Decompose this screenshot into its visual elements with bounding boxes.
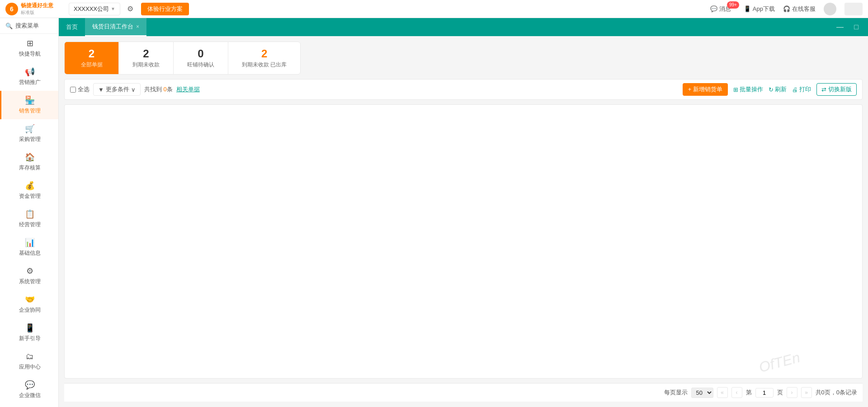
summary-card-overdue-unshipped[interactable]: 2 到期未收款 已出库 — [228, 42, 300, 74]
operations-label: 经营管理 — [19, 221, 41, 229]
toolbar: 全选 ▼ 更多条件 ∨ 共找到 0条 相关单据 + 新增销货单 ⊞ — [64, 79, 863, 100]
sidebar-item-app-center[interactable]: 🗂 应用中心 — [0, 347, 58, 375]
sidebar-item-basic-info[interactable]: 📊 基础信息 — [0, 233, 58, 262]
purchase-label: 采购管理 — [19, 136, 41, 143]
user-info[interactable] — [844, 3, 863, 15]
refresh-button[interactable]: ↻ 刷新 — [769, 85, 787, 94]
toolbar-right: + 新增销货单 ⊞ 批量操作 ↻ 刷新 🖨 打印 ⇄ — [683, 83, 857, 96]
summary-card-overdue[interactable]: 2 到期未收款 — [119, 42, 174, 74]
overdue-unshipped-label: 到期未收款 已出库 — [242, 61, 287, 69]
overdue-label: 到期未收款 — [132, 61, 160, 69]
newbie-icon: 📱 — [25, 323, 35, 333]
per-page-label: 每页显示 — [664, 388, 688, 397]
marketing-icon: 📢 — [25, 67, 35, 77]
settings-button[interactable]: ⚙ — [124, 3, 137, 15]
tab-work-bench-label: 钱货日清工作台 — [92, 23, 133, 31]
prev-page-button[interactable]: ‹ — [731, 387, 742, 398]
print-icon: 🖨 — [792, 86, 798, 93]
last-page-button[interactable]: » — [801, 387, 812, 398]
summary-card-all[interactable]: 2 全部单据 — [65, 42, 119, 74]
select-all-label: 全选 — [78, 85, 90, 94]
sidebar-item-enterprise-coop[interactable]: 🤝 企业协同 — [0, 290, 58, 318]
sidebar-item-finance[interactable]: 💰 资金管理 — [0, 176, 58, 205]
wangpu-label: 旺铺待确认 — [187, 61, 214, 69]
sidebar-item-newbie[interactable]: 📱 新手引导 — [0, 318, 58, 347]
sidebar-item-sys-mgmt[interactable]: ⚙ 系统管理 — [0, 262, 58, 290]
inventory-icon: 🏠 — [25, 152, 35, 162]
avatar[interactable] — [824, 3, 836, 15]
purchase-icon: 🛒 — [25, 124, 35, 134]
basic-info-label: 基础信息 — [19, 249, 41, 257]
sidebar-item-purchase[interactable]: 🛒 采购管理 — [0, 119, 58, 148]
app-download-label: App下载 — [753, 5, 775, 13]
filter-arrow-icon: ∨ — [131, 86, 136, 93]
pagination: 每页显示 50 « ‹ 第 页 › » 共0页，0条记录 — [64, 383, 863, 402]
search-icon: 🔍 — [5, 23, 13, 29]
all-label: 全部单据 — [78, 61, 105, 69]
batch-op-button[interactable]: ⊞ 批量操作 — [733, 85, 763, 94]
next-page-button[interactable]: › — [787, 387, 797, 398]
logo-area: 6 畅捷通好生意 标准版 — [5, 2, 64, 16]
select-all-checkbox[interactable]: 全选 — [70, 85, 90, 94]
sidebar-item-marketing[interactable]: 📢 营销推广 — [0, 62, 58, 91]
message-icon: 💬 — [710, 5, 717, 12]
switch-version-button[interactable]: ⇄ 切换新版 — [816, 83, 857, 96]
sidebar-item-member[interactable]: V 畅会员 — [0, 404, 58, 407]
sidebar-item-enterprise-wx[interactable]: 💬 企业微信 — [0, 375, 58, 404]
sys-mgmt-label: 系统管理 — [19, 278, 41, 285]
tab-close-icon[interactable]: × — [136, 23, 139, 30]
online-service-button[interactable]: 🎧 在线客服 — [783, 5, 816, 13]
overdue-unshipped-count: 2 — [242, 47, 287, 60]
app-download-button[interactable]: 📱 App下载 — [744, 5, 775, 13]
summary-card-wangpu[interactable]: 0 旺铺待确认 — [174, 42, 228, 74]
message-button[interactable]: 💬 消息 99+ — [706, 5, 736, 13]
tab-home[interactable]: 首页 — [59, 18, 85, 36]
filter-label: 更多条件 — [106, 85, 129, 94]
logo-text: 畅捷通好生意 标准版 — [21, 2, 53, 16]
logo-icon: 6 — [5, 3, 18, 15]
content-area: 首页 钱货日清工作台 × — □ 2 全部单据 2 到期未收款 — [59, 18, 868, 407]
search-menu-label: 搜索菜单 — [15, 22, 39, 30]
all-count: 2 — [78, 47, 105, 60]
service-icon: 🎧 — [783, 5, 790, 12]
minimize-button[interactable]: — — [834, 21, 846, 33]
tab-bar: 首页 钱货日清工作台 × — □ — [59, 18, 868, 36]
enterprise-wx-label: 企业微信 — [19, 392, 41, 399]
sidebar-item-inventory[interactable]: 🏠 库存核算 — [0, 148, 58, 176]
related-bill-link[interactable]: 相关单据 — [176, 85, 200, 94]
trial-button[interactable]: 体验行业方案 — [141, 3, 189, 15]
page-input[interactable] — [755, 388, 774, 398]
sales-icon: 🏪 — [25, 95, 35, 105]
sales-label: 销售管理 — [19, 107, 41, 115]
summary-cards: 2 全部单据 2 到期未收款 0 旺铺待确认 2 到期未收款 已出库 — [64, 42, 301, 75]
table-empty — [65, 105, 862, 378]
message-badge: 99+ — [727, 1, 739, 9]
maximize-button[interactable]: □ — [850, 21, 863, 33]
quick-nav-icon: ⊞ — [25, 38, 35, 48]
online-service-label: 在线客服 — [792, 5, 816, 13]
batch-icon: ⊞ — [733, 86, 738, 93]
select-all-input[interactable] — [70, 87, 76, 93]
tab-home-label: 首页 — [66, 23, 78, 31]
sidebar-item-quick-nav[interactable]: ⊞ 快捷导航 — [0, 34, 58, 62]
sidebar-item-operations[interactable]: 📋 经营管理 — [0, 205, 58, 233]
search-menu[interactable]: 🔍 搜索菜单 — [0, 18, 58, 34]
tab-work-bench[interactable]: 钱货日清工作台 × — [85, 18, 146, 36]
sidebar-item-sales[interactable]: 🏪 销售管理 — [0, 91, 58, 119]
basic-info-icon: 📊 — [25, 238, 35, 248]
print-button[interactable]: 🖨 打印 — [792, 85, 811, 94]
add-sales-bill-button[interactable]: + 新增销货单 — [683, 83, 728, 96]
company-name: XXXXXX公司 — [74, 5, 109, 13]
page-suffix: 页 — [777, 388, 783, 397]
operations-icon: 📋 — [25, 209, 35, 219]
filter-button[interactable]: ▼ 更多条件 ∨ — [93, 83, 141, 96]
quick-nav-label: 快捷导航 — [19, 50, 41, 58]
found-count: 0 — [164, 86, 167, 93]
page-size-select[interactable]: 50 — [691, 388, 713, 398]
newbie-label: 新手引导 — [19, 335, 41, 342]
finance-icon: 💰 — [25, 181, 35, 191]
sys-mgmt-icon: ⚙ — [25, 266, 35, 276]
app-center-label: 应用中心 — [19, 363, 41, 371]
company-selector[interactable]: XXXXXX公司 ▼ — [69, 3, 120, 15]
first-page-button[interactable]: « — [717, 387, 728, 398]
